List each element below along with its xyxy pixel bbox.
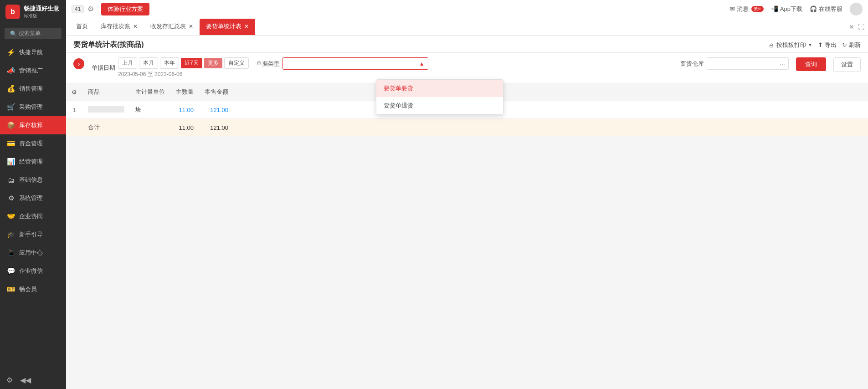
sidebar-item-marketing[interactable]: 📣 营销推广 [0, 61, 66, 80]
content-area: 要货单统计表(按商品) 🖨 按模板打印 ▼ ⬆ 导出 ↻ 刷新 › [66, 36, 868, 389]
filter-date-col: 上月 本月 本年 近7天 更多 自定义 2023-05-06 至 2023-06… [118, 57, 249, 78]
purchase-icon: 🛒 [6, 102, 15, 112]
goods-placeholder [88, 106, 124, 113]
date-btn-last-month[interactable]: 上月 [118, 57, 137, 69]
col-goods: 商品 [82, 83, 130, 101]
cell-unit: 块 [130, 101, 170, 119]
warehouse-input[interactable] [707, 57, 789, 70]
date-btn-custom[interactable]: 自定义 [224, 57, 249, 69]
filter-expand-btn[interactable]: › [73, 58, 84, 69]
messages-btn[interactable]: ✉ 消息 99+ [730, 5, 764, 13]
sidebar-item-shortcut[interactable]: ⚡ 快捷导航 [0, 43, 66, 61]
message-icon: ✉ [730, 5, 735, 12]
filter-settings-btn[interactable]: 设置 [833, 57, 861, 72]
tab-home-label: 首页 [76, 22, 88, 31]
filter-warehouse-group: 要货仓库 ··· [680, 57, 789, 70]
sidebar-search-area[interactable]: 🔍 搜索菜单 [0, 24, 66, 43]
sidebar-item-finance-label: 资金管理 [19, 139, 43, 148]
sidebar-item-inventory[interactable]: 📦 库存核算 [0, 116, 66, 134]
member-icon: 🎫 [6, 285, 15, 294]
print-btn[interactable]: 🖨 按模板打印 ▼ [769, 41, 812, 49]
sidebar-item-wechat[interactable]: 💬 企业微信 [0, 262, 66, 280]
sidebar-item-sales-label: 销售管理 [19, 85, 43, 93]
type-label: 单据类型 [256, 60, 280, 68]
cell-no: 1 [66, 101, 82, 119]
sidebar-item-corp[interactable]: 🤝 企业协同 [0, 207, 66, 225]
sidebar-item-member[interactable]: 🎫 畅会员 [0, 280, 66, 298]
tab-inventory-batch-label: 库存批次账 [101, 22, 130, 31]
sidebar-item-inventory-label: 库存核算 [19, 121, 43, 129]
tab-close-all-icon[interactable]: ✕ [849, 23, 854, 31]
message-badge: 99+ [751, 6, 764, 12]
date-btn-more[interactable]: 更多 [204, 58, 222, 68]
topbar-right: ✉ 消息 99+ 📲 App下载 🎧 在线客服 [730, 3, 863, 15]
date-btn-this-month[interactable]: 本月 [139, 57, 158, 69]
print-label: 按模板打印 [776, 41, 806, 49]
online-service-label: 在线客服 [819, 5, 842, 13]
tab-home[interactable]: 首页 [70, 19, 94, 35]
collapse-icon[interactable]: ◀◀ [20, 376, 31, 384]
date-label: 单据日期 [92, 64, 115, 72]
refresh-btn[interactable]: ↻ 刷新 [842, 41, 861, 49]
tab-receive-summary-label: 收发存汇总表 [150, 22, 186, 31]
tab-receive-summary-close[interactable]: ✕ [189, 23, 193, 30]
tab-requisition-stats-label: 要货单统计表 [206, 22, 241, 31]
col-settings[interactable]: ⚙ [66, 83, 82, 101]
tab-expand-icon[interactable]: ⛶ [858, 23, 864, 31]
tab-requisition-stats[interactable]: 要货单统计表 ✕ [200, 19, 255, 35]
corp-icon: 🤝 [6, 212, 15, 221]
trial-btn[interactable]: 体验行业方案 [101, 3, 149, 15]
cell-sale-amount[interactable]: 121.00 [199, 101, 234, 119]
tab-requisition-stats-close[interactable]: ✕ [244, 23, 249, 30]
tab-bar-controls: ✕ ⛶ [849, 23, 864, 31]
sidebar-item-operation[interactable]: 📊 经营管理 [0, 153, 66, 171]
sidebar-item-basic[interactable]: 🗂 基础信息 [0, 171, 66, 189]
online-service-btn[interactable]: 🎧 在线客服 [810, 5, 842, 13]
type-dropdown: 要货单要货 要货单退货 [376, 79, 503, 115]
app-version: 标准版 [24, 13, 59, 19]
tab-inventory-batch-close[interactable]: ✕ [133, 23, 138, 30]
export-btn[interactable]: ⬆ 导出 [818, 41, 837, 49]
print-dropdown-icon: ▼ [808, 42, 812, 47]
cell-quantity[interactable]: 11.00 [170, 101, 199, 119]
sidebar-item-guide[interactable]: 🎓 新手引导 [0, 225, 66, 244]
app-download-btn[interactable]: 📲 App下载 [771, 5, 802, 13]
date-btn-this-year[interactable]: 本年 [160, 57, 179, 69]
sidebar-item-purchase[interactable]: 🛒 采购管理 [0, 98, 66, 116]
query-btn[interactable]: 查询 [796, 57, 826, 71]
marketing-icon: 📣 [6, 66, 15, 75]
guide-icon: 🎓 [6, 230, 15, 239]
filter-type-group: 单据类型 ▲ [256, 57, 673, 70]
content-actions: 🖨 按模板打印 ▼ ⬆ 导出 ↻ 刷新 [769, 41, 861, 49]
col-extra [234, 83, 868, 101]
refresh-icon: ↻ [842, 41, 847, 48]
shortcut-icon: ⚡ [6, 48, 15, 57]
search-icon: 🔍 [10, 31, 17, 37]
sidebar-item-sales[interactable]: 💰 销售管理 [0, 80, 66, 98]
app-logo-icon: b [5, 5, 20, 19]
date-range-text: 2023-05-06 至 2023-06-06 [118, 71, 249, 78]
sidebar-item-operation-label: 经营管理 [19, 158, 43, 166]
sidebar-item-corp-label: 企业协同 [19, 212, 43, 220]
sidebar-nav: ⚡ 快捷导航 📣 营销推广 💰 销售管理 🛒 采购管理 📦 库存核算 💳 资金管… [0, 43, 66, 371]
sidebar-item-appstore[interactable]: 📱 应用中心 [0, 244, 66, 262]
page-title: 要货单统计表(按商品) [73, 40, 144, 50]
sidebar-item-finance[interactable]: 💳 资金管理 [0, 134, 66, 153]
dropdown-item-return[interactable]: 要货单退货 [376, 97, 503, 114]
settings-bottom-icon[interactable]: ⚙ [6, 376, 13, 384]
sidebar-item-system[interactable]: ⚙ 系统管理 [0, 189, 66, 207]
user-avatar[interactable] [850, 3, 863, 15]
tab-receive-summary[interactable]: 收发存汇总表 ✕ [144, 19, 200, 35]
inventory-icon: 📦 [6, 121, 15, 130]
warehouse-more-icon[interactable]: ··· [780, 60, 785, 67]
type-select-input[interactable] [282, 57, 428, 70]
topbar-settings-icon[interactable]: ⚙ [87, 5, 94, 13]
date-btn-recent7[interactable]: 近7天 [181, 58, 202, 68]
tab-inventory-batch[interactable]: 库存批次账 ✕ [94, 19, 144, 35]
search-menu-btn[interactable]: 🔍 搜索菜单 [5, 28, 62, 39]
footer-extra [234, 119, 868, 137]
sidebar-item-wechat-label: 企业微信 [19, 267, 43, 275]
sidebar-item-purchase-label: 采购管理 [19, 103, 43, 111]
dropdown-item-order[interactable]: 要货单要货 [376, 80, 503, 97]
export-label: 导出 [825, 41, 837, 49]
